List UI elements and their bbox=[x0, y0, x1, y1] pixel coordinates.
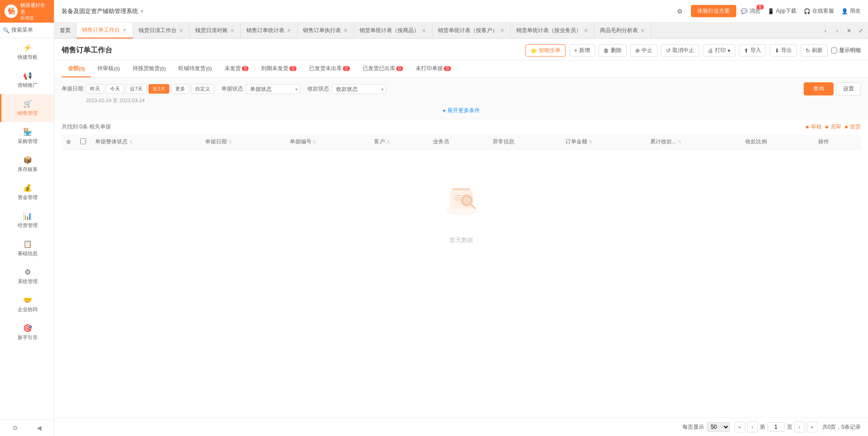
tab-close-sales-order[interactable]: ✕ bbox=[122, 27, 127, 33]
sidebar-item-inventory[interactable]: 📦 库存核算 bbox=[0, 150, 54, 178]
sidebar-item-cooperation[interactable]: 🤝 企业协同 bbox=[0, 290, 54, 318]
refresh-button[interactable]: ↻ 刷新 bbox=[801, 44, 828, 57]
tab-close-sales-staff[interactable]: ✕ bbox=[583, 28, 589, 33]
sidebar-item-system[interactable]: ⚙ 系统管理 bbox=[0, 262, 54, 290]
import-button[interactable]: ⬆ 导入 bbox=[739, 44, 766, 57]
select-all-checkbox[interactable] bbox=[80, 138, 86, 144]
tab-sales-summary-customer[interactable]: 销货单统计表（按客户） ✕ bbox=[432, 23, 511, 38]
last-page-btn[interactable]: » bbox=[807, 422, 818, 432]
subtab-not-printed[interactable]: 未打印单据 0 bbox=[409, 61, 457, 77]
th-settings[interactable]: ⚙ bbox=[62, 134, 76, 150]
page-input[interactable] bbox=[767, 422, 785, 431]
status-select[interactable]: 单据状态 bbox=[246, 84, 300, 94]
tab-sales-exec[interactable]: 销售订单执行表 ✕ bbox=[297, 23, 354, 38]
sidebar-item-quicknav[interactable]: ⚡ 快捷导航 bbox=[0, 38, 54, 66]
tab-close-all[interactable]: ✕ bbox=[844, 25, 854, 36]
tab-close-cash-clear[interactable]: ✕ bbox=[178, 28, 184, 33]
tab-close-sales-stat[interactable]: ✕ bbox=[286, 28, 292, 33]
revoke-button[interactable]: 充审 bbox=[825, 123, 841, 131]
search-menu[interactable]: 🔍 搜索菜单 bbox=[0, 23, 54, 38]
sidebar-item-operations[interactable]: 📊 经营管理 bbox=[0, 206, 54, 234]
query-button[interactable]: 查询 bbox=[804, 82, 834, 95]
online-support-item[interactable]: 🎧 在线客服 bbox=[804, 7, 834, 15]
logo[interactable]: 畅 畅捷通好生意 标准版 bbox=[0, 0, 54, 23]
date-yesterday[interactable]: 昨天 bbox=[86, 84, 104, 94]
page-size-select[interactable]: 50 20 100 bbox=[707, 422, 730, 432]
audit-button[interactable]: 审核 bbox=[806, 123, 822, 131]
sidebar-item-purchase[interactable]: 🏪 采购管理 bbox=[0, 122, 54, 150]
date-buttons: 昨天 今天 近7天 近1月 更多 自定义 bbox=[86, 84, 214, 94]
first-page-btn[interactable]: « bbox=[734, 422, 745, 432]
tab-margin-analysis[interactable]: 商品毛利分析表 ✕ bbox=[595, 23, 651, 38]
payment-select[interactable]: 收款状态 bbox=[332, 84, 386, 94]
tab-cash-reconcile[interactable]: 钱货日清对账 ✕ bbox=[190, 23, 241, 38]
filter-setting-button[interactable]: 设置 bbox=[836, 82, 861, 95]
export-button[interactable]: ⬇ 导出 bbox=[770, 44, 797, 57]
tab-sales-summary-staff[interactable]: 销货单统计表（按业务员） ✕ bbox=[511, 23, 595, 38]
add-button[interactable]: + 新增 bbox=[569, 44, 595, 57]
subtab-pending-review[interactable]: 待审核 (0) bbox=[91, 61, 126, 77]
subtab-all[interactable]: 全部 (0) bbox=[62, 61, 91, 77]
date-more[interactable]: 更多 bbox=[171, 84, 189, 94]
page-title: 销售订单工作台 bbox=[62, 46, 112, 55]
expand-filter-button[interactable]: ▾ 展开更多条件 bbox=[443, 107, 480, 114]
delete-button[interactable]: 🗑 删除 bbox=[599, 44, 627, 57]
sidebar-item-basic[interactable]: 📋 基础信息 bbox=[0, 234, 54, 262]
tab-close-sales-exec[interactable]: ✕ bbox=[343, 28, 348, 33]
subtab-shipped-not-in[interactable]: 已发货未出库 0 bbox=[303, 61, 356, 77]
print-button[interactable]: 🖨 打印 ▾ bbox=[703, 44, 735, 57]
th-status[interactable]: 单据整体状态 bbox=[91, 134, 201, 150]
tab-cash-clear[interactable]: 钱货日清工作台 ✕ bbox=[133, 23, 190, 38]
message-item[interactable]: 💬 消息 6 bbox=[741, 7, 760, 15]
show-detail-checkbox[interactable] bbox=[831, 47, 837, 53]
topbar-settings-btn[interactable]: ⚙ bbox=[674, 5, 686, 18]
tab-sales-stat[interactable]: 销售订单统计表 ✕ bbox=[241, 23, 297, 38]
th-customer[interactable]: 客户 bbox=[369, 134, 428, 150]
pagination: « ‹ 第 页 › » bbox=[734, 422, 818, 432]
tab-maximize[interactable]: ⤢ bbox=[855, 25, 866, 36]
subtab-shipped-out[interactable]: 已发货已出库 0 bbox=[356, 61, 410, 77]
sidebar-item-sales[interactable]: 🛒 销售管理 bbox=[0, 94, 54, 122]
expand-icon: ▾ bbox=[443, 108, 446, 114]
tab-scroll-prev[interactable]: ‹ bbox=[820, 25, 831, 36]
date-custom[interactable]: 自定义 bbox=[191, 84, 214, 94]
th-date[interactable]: 单据日期 bbox=[201, 134, 285, 150]
smart-create-button[interactable]: ⭐ 智能生单 bbox=[525, 44, 566, 57]
th-amount[interactable]: 订单金额 bbox=[561, 134, 645, 150]
th-check[interactable] bbox=[76, 134, 91, 150]
tab-scroll-next[interactable]: › bbox=[832, 25, 843, 36]
th-collected[interactable]: 累计收款... bbox=[646, 134, 741, 150]
sidebar-item-guide[interactable]: 🎯 新手引导 bbox=[0, 318, 54, 346]
tab-close-margin[interactable]: ✕ bbox=[640, 28, 645, 33]
th-number[interactable]: 单据编号 bbox=[285, 134, 369, 150]
stop-button[interactable]: ⊗ 中止 bbox=[630, 44, 657, 57]
prev-page-btn[interactable]: ‹ bbox=[747, 422, 758, 432]
user-item[interactable]: 👤 用友 bbox=[841, 7, 861, 15]
tab-close-sales-product[interactable]: ✕ bbox=[421, 28, 427, 33]
date-1month[interactable]: 近1月 bbox=[149, 84, 169, 94]
subtab-pending-check[interactable]: 待拣货验货 (0) bbox=[126, 61, 172, 77]
show-detail-label[interactable]: 显示明细 bbox=[831, 47, 861, 54]
ship-button[interactable]: 发货 bbox=[845, 123, 861, 131]
sidebar-item-marketing[interactable]: 📢 营销推广 bbox=[0, 66, 54, 94]
next-page-btn[interactable]: › bbox=[794, 422, 805, 432]
tab-home[interactable]: 首页 bbox=[54, 23, 77, 38]
subtab-overdue-not-shipped[interactable]: 到期未发货 0 bbox=[255, 61, 303, 77]
subtab-not-shipped[interactable]: 未发货 0 bbox=[218, 61, 255, 77]
subtab-wangpu[interactable]: 旺铺待发货 (0) bbox=[172, 61, 218, 77]
tab-close-sales-customer[interactable]: ✕ bbox=[499, 28, 505, 33]
payment-filter: 收款状态 收款状态 bbox=[307, 84, 386, 94]
cancel-stop-button[interactable]: ↺ 取消中止 bbox=[661, 44, 699, 57]
sidebar-collapse-btn[interactable]: ◀ bbox=[37, 424, 42, 431]
import-icon: ⬆ bbox=[744, 47, 748, 54]
tab-close-cash-reconcile[interactable]: ✕ bbox=[230, 28, 235, 33]
tab-sales-order[interactable]: 销售订单工作台 ✕ bbox=[77, 23, 133, 38]
revoke-dot bbox=[825, 126, 828, 128]
app-download-item[interactable]: 📱 App下载 bbox=[767, 7, 796, 15]
tab-sales-summary-product[interactable]: 销货单统计表（按商品） ✕ bbox=[354, 23, 432, 38]
sidebar-item-finance[interactable]: 💰 资金管理 bbox=[0, 178, 54, 206]
solution-button[interactable]: 体验行业方案 bbox=[691, 5, 736, 17]
sidebar-settings-btn[interactable]: ⚙ bbox=[12, 424, 18, 431]
date-today[interactable]: 今天 bbox=[106, 84, 124, 94]
date-7days[interactable]: 近7天 bbox=[126, 84, 147, 94]
